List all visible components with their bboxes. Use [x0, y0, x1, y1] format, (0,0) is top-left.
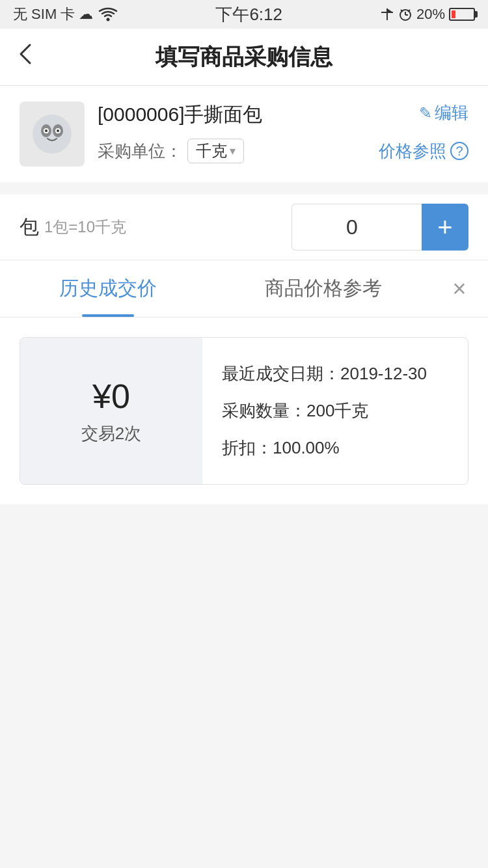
status-time: 下午6:12 [215, 3, 282, 26]
history-price-value: ¥0 [92, 377, 130, 416]
product-name-row: [0000006]手撕面包 ✎ 编辑 [98, 102, 468, 128]
chevron-down-icon: ▾ [230, 144, 236, 158]
page-title: 填写商品采购信息 [156, 42, 332, 72]
status-right: 20% [380, 6, 475, 23]
tab-product-price-ref[interactable]: 商品价格参考 [215, 260, 431, 317]
svg-point-7 [33, 115, 72, 154]
battery-percent: 20% [416, 6, 445, 23]
tab-price-ref-label: 商品价格参考 [265, 275, 382, 302]
discount-label: 折扣： [222, 438, 273, 457]
history-card: ¥0 交易2次 最近成交日期：2019-12-30 采购数量：200千克 折扣：… [20, 337, 468, 485]
currency-symbol: ¥ [92, 377, 111, 415]
recent-date-label: 最近成交日期： [222, 364, 340, 383]
discount-value: 100.00% [273, 438, 340, 457]
tabs-section: 历史成交价 商品价格参考 × ¥0 交易2次 最近成交日期：2019-12-30 [0, 260, 488, 504]
main-content-area [0, 504, 488, 868]
unit-selector[interactable]: 千克 ▾ [187, 139, 244, 163]
quantity-unit-sub: 1包=10千克 [44, 217, 126, 237]
nav-bar: 填写商品采购信息 [0, 29, 488, 86]
quantity-row-detail: 采购数量：200千克 [222, 398, 448, 424]
alarm-icon [398, 7, 413, 21]
history-price-column: ¥0 交易2次 [20, 338, 202, 484]
quantity-detail-value: 200千克 [306, 401, 368, 420]
recent-date-row: 最近成交日期：2019-12-30 [222, 361, 448, 387]
quantity-input-area: + [291, 204, 468, 251]
svg-point-13 [57, 129, 59, 132]
location-icon [380, 7, 394, 21]
tab-history-price[interactable]: 历史成交价 [0, 260, 215, 317]
sim-status: 无 SIM 卡 ☁ [13, 5, 93, 24]
price-reference-button[interactable]: 价格参照 ? [379, 140, 468, 163]
svg-point-0 [107, 18, 110, 21]
product-name: [0000006]手撕面包 [98, 102, 262, 128]
status-bar: 无 SIM 卡 ☁ 下午6:12 20% [0, 0, 488, 29]
price-number: 0 [111, 377, 130, 415]
tab-active-indicator [82, 314, 134, 317]
discount-row: 折扣：100.00% [222, 435, 448, 461]
wifi-icon [98, 7, 118, 21]
product-card: [0000006]手撕面包 ✎ 编辑 采购单位： 千克 ▾ 价格参照 ? [0, 86, 488, 182]
quantity-row: 包 1包=10千克 + [0, 195, 488, 260]
recent-date-value: 2019-12-30 [340, 364, 427, 383]
edit-icon: ✎ [419, 104, 432, 122]
product-info: [0000006]手撕面包 ✎ 编辑 采购单位： 千克 ▾ 价格参照 ? [98, 102, 468, 163]
quantity-input[interactable] [291, 204, 422, 251]
back-button[interactable] [16, 40, 34, 74]
product-logo-icon [29, 111, 75, 157]
tabs-header: 历史成交价 商品价格参考 × [0, 260, 488, 318]
status-left: 无 SIM 卡 ☁ [13, 5, 118, 24]
product-logo [20, 102, 85, 167]
tab-history-label: 历史成交价 [59, 275, 157, 302]
help-icon: ? [450, 142, 468, 160]
history-details-column: 最近成交日期：2019-12-30 采购数量：200千克 折扣：100.00% [202, 338, 468, 484]
svg-point-12 [45, 129, 47, 132]
edit-button[interactable]: ✎ 编辑 [419, 102, 468, 124]
product-unit-row: 采购单位： 千克 ▾ 价格参照 ? [98, 139, 468, 163]
history-content: ¥0 交易2次 最近成交日期：2019-12-30 采购数量：200千克 折扣：… [0, 318, 488, 504]
quantity-plus-button[interactable]: + [422, 204, 468, 251]
trade-count: 交易2次 [81, 422, 141, 445]
quantity-detail-label: 采购数量： [222, 401, 306, 420]
quantity-unit-char: 包 [20, 214, 39, 241]
tab-close-button[interactable]: × [431, 260, 488, 318]
unit-label: 采购单位： 千克 ▾ [98, 139, 244, 163]
battery-icon [449, 8, 475, 21]
quantity-unit-info: 包 1包=10千克 [20, 214, 278, 241]
